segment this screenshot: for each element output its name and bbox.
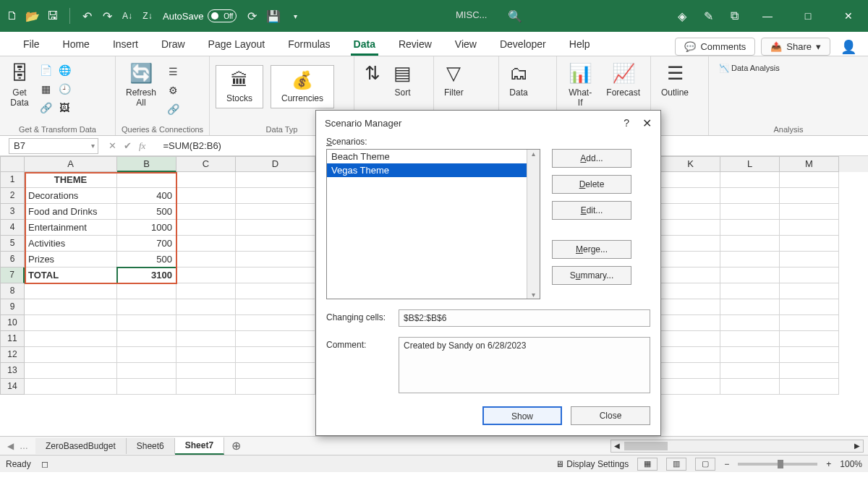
col-header-l[interactable]: L: [720, 156, 780, 172]
tab-page-layout[interactable]: Page Layout: [197, 34, 277, 56]
redo-icon[interactable]: ↷: [101, 9, 114, 22]
tab-help[interactable]: Help: [558, 34, 602, 56]
get-data-button[interactable]: 🗄Get Data: [6, 59, 33, 111]
add-sheet-button[interactable]: ⊕: [224, 439, 248, 453]
refresh-all-button[interactable]: 🔄Refresh All: [122, 59, 161, 111]
sheet-tab-sheet6[interactable]: Sheet6: [127, 438, 175, 454]
close-window-button[interactable]: ✕: [835, 0, 862, 32]
col-header-k[interactable]: K: [661, 156, 720, 172]
cell-a7[interactable]: TOTAL: [25, 267, 117, 283]
from-text-icon[interactable]: 📄: [38, 62, 54, 78]
save-icon[interactable]: 🖫: [46, 9, 59, 22]
what-if-button[interactable]: 📊What-If: [563, 59, 597, 111]
tab-review[interactable]: Review: [387, 34, 443, 56]
sort-button[interactable]: ▤Sort: [389, 59, 416, 100]
diamond-icon[interactable]: ◈: [676, 9, 689, 22]
stocks-button[interactable]: 🏛Stocks: [216, 65, 263, 108]
currencies-button[interactable]: 💰Currencies: [271, 65, 334, 108]
sheet-tab-zerobased[interactable]: ZeroBasedBudget: [35, 438, 127, 454]
scenarios-listbox[interactable]: Beach Theme Vegas Theme ▴▾: [326, 149, 540, 299]
existing-icon[interactable]: 🔗: [38, 100, 54, 116]
delete-button[interactable]: Delete: [552, 175, 631, 194]
add-button[interactable]: Add...: [552, 149, 631, 168]
col-header-c[interactable]: C: [176, 156, 236, 172]
zoom-out[interactable]: −: [724, 459, 729, 469]
autosave-toggle[interactable]: AutoSave Off: [163, 9, 237, 22]
macro-icon[interactable]: ◻: [41, 459, 48, 469]
minimize-button[interactable]: —: [754, 0, 781, 32]
queries-icon[interactable]: ☰: [165, 64, 181, 80]
row-header-5[interactable]: 5: [0, 236, 25, 252]
sort-desc-icon[interactable]: Z↓: [141, 9, 154, 22]
cell-a6[interactable]: Prizes: [25, 252, 117, 267]
zoom-slider[interactable]: [738, 463, 817, 466]
row-header-2[interactable]: 2: [0, 188, 25, 204]
scenario-item-beach[interactable]: Beach Theme: [327, 150, 540, 163]
summary-button[interactable]: Summary...: [552, 266, 631, 285]
row-header-4[interactable]: 4: [0, 220, 25, 236]
view-break[interactable]: ▢: [695, 458, 715, 471]
sheet-nav-prev[interactable]: ◀: [7, 441, 14, 451]
col-header-b[interactable]: B: [117, 156, 176, 172]
tab-home[interactable]: Home: [51, 34, 101, 56]
dialog-help-button[interactable]: ?: [624, 117, 629, 129]
account-icon[interactable]: 👤: [841, 39, 856, 55]
tab-formulas[interactable]: Formulas: [276, 34, 341, 56]
properties-icon[interactable]: ⚙: [165, 82, 181, 98]
new-file-icon[interactable]: 🗋: [6, 9, 19, 22]
name-box[interactable]: B7: [9, 138, 98, 154]
edit-button[interactable]: Edit...: [552, 201, 631, 220]
wand-icon[interactable]: ✎: [702, 9, 715, 22]
cell-b4[interactable]: 1000: [117, 220, 176, 236]
cell-b6[interactable]: 500: [117, 252, 176, 267]
filter-button[interactable]: ▽Filter: [440, 59, 468, 100]
close-button[interactable]: Close: [571, 406, 650, 425]
row-header-6[interactable]: 6: [0, 252, 25, 267]
tab-insert[interactable]: Insert: [101, 34, 150, 56]
zoom-in[interactable]: +: [826, 459, 831, 469]
sync-icon[interactable]: ⟳: [245, 9, 258, 22]
sheet-tab-sheet7[interactable]: Sheet7: [175, 437, 224, 455]
cell-a1[interactable]: THEME: [25, 172, 117, 188]
merge-button[interactable]: Merge...: [552, 240, 631, 259]
col-header-a[interactable]: A: [25, 156, 117, 172]
view-page[interactable]: ▥: [666, 458, 686, 471]
display-settings[interactable]: 🖥 Display Settings: [556, 459, 629, 469]
tab-draw[interactable]: Draw: [150, 34, 197, 56]
scenario-item-vegas[interactable]: Vegas Theme: [327, 163, 540, 177]
comments-button[interactable]: 💬 Comments: [675, 38, 755, 56]
cell-a2[interactable]: Decorations: [25, 188, 117, 204]
col-header-m[interactable]: M: [780, 156, 839, 172]
cell-a5[interactable]: Activities: [25, 236, 117, 252]
cell-b2[interactable]: 400: [117, 188, 176, 204]
view-normal[interactable]: ▦: [637, 458, 658, 471]
outline-button[interactable]: ☰Outline: [657, 59, 693, 100]
forecast-button[interactable]: 📈Forecast: [602, 59, 644, 100]
fx-icon[interactable]: fx: [139, 140, 145, 152]
sort-az-button[interactable]: ⇅: [360, 59, 385, 87]
pic-icon[interactable]: 🖼: [56, 100, 72, 116]
tab-file[interactable]: File: [12, 34, 51, 56]
show-button[interactable]: Show: [482, 406, 562, 425]
cancel-icon[interactable]: ✕: [109, 140, 116, 152]
col-header-d[interactable]: D: [236, 156, 315, 172]
tab-developer[interactable]: Developer: [488, 34, 558, 56]
row-header-1[interactable]: 1: [0, 172, 25, 188]
open-icon[interactable]: 📂: [26, 9, 39, 22]
save2-icon[interactable]: 💾: [267, 9, 280, 22]
dropdown-icon[interactable]: ▾: [289, 9, 302, 22]
zoom-level[interactable]: 100%: [840, 459, 862, 469]
cell-a4[interactable]: Entertainment: [25, 220, 117, 236]
search-icon[interactable]: 🔍: [509, 9, 522, 22]
cell-b7[interactable]: 3100: [117, 267, 176, 283]
share-button[interactable]: 📤 Share ▾: [761, 38, 830, 56]
from-table-icon[interactable]: ▦: [38, 81, 54, 97]
cell-a3[interactable]: Food and Drinks: [25, 204, 117, 220]
from-web-icon[interactable]: 🌐: [56, 62, 72, 78]
horizontal-scrollbar[interactable]: ◀▶: [610, 440, 864, 453]
tab-view[interactable]: View: [443, 34, 488, 56]
window-icon[interactable]: ⧉: [728, 9, 741, 22]
links-icon[interactable]: 🔗: [165, 101, 181, 117]
row-header-3[interactable]: 3: [0, 204, 25, 220]
maximize-button[interactable]: □: [794, 0, 822, 32]
